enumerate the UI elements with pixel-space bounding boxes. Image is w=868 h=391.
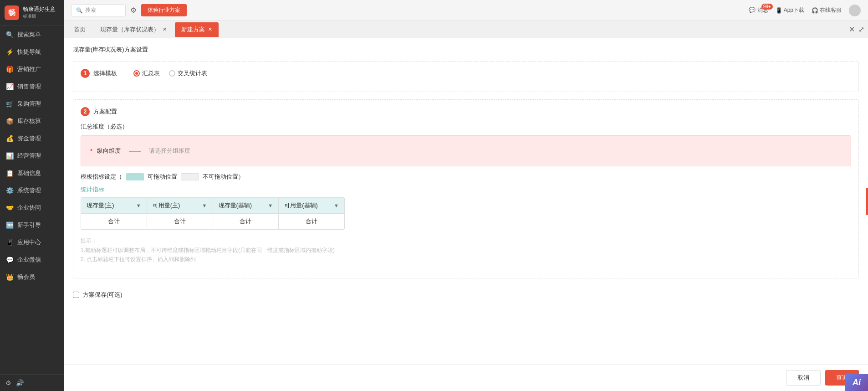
home-tab-label: 首页 (74, 26, 86, 34)
section1-number: 1 (81, 69, 90, 78)
scroll-indicator (866, 188, 868, 215)
customer-service-label: 在线客服 (820, 6, 842, 14)
sidebar-item-wechat[interactable]: 💬 企业微信 (0, 251, 64, 268)
radio-summary-circle (133, 70, 140, 77)
radio-summary[interactable]: 汇总表 (133, 69, 160, 77)
tab-new-plan[interactable]: 新建方案 ✕ (175, 22, 219, 37)
sidebar-item-label: 经营管理 (17, 152, 41, 160)
tab-inventory-status[interactable]: 现存量（库存状况表） ✕ (94, 22, 173, 37)
save-label: 方案保存(可选) (83, 291, 123, 299)
app-download-icon: 📱 (776, 7, 782, 14)
section2-title: 方案配置 (93, 108, 117, 116)
drag-position-indicator (126, 173, 144, 180)
stats-col-label-2: 现存量(基辅) (219, 201, 252, 210)
sidebar-item-purchase[interactable]: 🛒 采购管理 (0, 95, 64, 113)
tab-home[interactable]: 首页 (67, 22, 92, 37)
settings-icon[interactable]: ⚙ (5, 379, 11, 386)
sidebar-item-label: 企业协同 (17, 204, 41, 212)
no-drag-label: 不可拖动位置） (203, 173, 244, 181)
sidebar-item-member[interactable]: 👑 畅会员 (0, 268, 64, 286)
sidebar-bottom: ⚙ 🔊 (0, 374, 64, 391)
tips-section: 提示： 1.拖动标题栏可以调整布局，不可跨维度或指标区域拖动栏目字段(只能在同一… (81, 237, 851, 263)
sidebar-item-operations[interactable]: 📊 经营管理 (0, 147, 64, 165)
sidebar-item-label: 企业微信 (17, 256, 41, 264)
message-icon: 💬 (749, 7, 756, 13)
header-left: 🔍 搜索 ⚙ 体验行业方案 (71, 4, 187, 16)
apps-icon: 📱 (5, 238, 14, 247)
stats-col-label-0: 现存量(主) (87, 201, 114, 210)
sidebar-item-label: 采购管理 (17, 100, 41, 108)
tips-title: 提示： (81, 237, 851, 245)
section2-header: 2 方案配置 (81, 107, 851, 116)
member-icon: 👑 (5, 273, 14, 281)
sidebar: 畅 畅康通好生意 标准版 🔍 搜索菜单 ⚡ 快捷导航 🎁 营销推广 📈 销售管理… (0, 0, 64, 391)
stats-col-1[interactable]: 可用量(主) ▼ (147, 198, 213, 213)
search-menu-icon: 🔍 (5, 31, 14, 39)
stats-cell-3: 合计 (279, 214, 344, 229)
sales-icon: 📈 (5, 82, 14, 91)
section1-title: 选择模板 (93, 69, 117, 77)
inventory-icon: 📦 (5, 117, 14, 125)
stats-section-title: 统计指标 (81, 185, 851, 194)
sidebar-item-basic[interactable]: 📋 基础信息 (0, 165, 64, 182)
cooperation-icon: 🤝 (5, 204, 14, 212)
sidebar-item-label: 新手引导 (17, 221, 41, 229)
sidebar-item-quick-nav[interactable]: ⚡ 快捷导航 (0, 43, 64, 61)
stats-col-0[interactable]: 现存量(主) ▼ (81, 198, 147, 213)
sidebar-item-system[interactable]: ⚙️ 系统管理 (0, 182, 64, 199)
finance-icon: 💰 (5, 134, 14, 143)
ai-badge[interactable]: Ai (845, 374, 868, 391)
stats-col-2[interactable]: 现存量(基辅) ▼ (213, 198, 279, 213)
app-name: 畅康通好生意 (23, 6, 56, 13)
header-right: 💬 99+ 消息 📱 App下载 🎧 在线客服 (749, 5, 861, 16)
dimension-box[interactable]: * 纵向维度 —— 请选择分组维度 (81, 135, 851, 166)
search-bar[interactable]: 🔍 搜索 (71, 4, 126, 16)
user-avatar[interactable] (849, 5, 861, 16)
save-section: 方案保存(可选) (73, 286, 859, 304)
page-title: 现存量(库存状况表)方案设置 (73, 46, 859, 54)
customer-service-link[interactable]: 🎧 在线客服 (812, 6, 842, 14)
stats-table-row: 合计 合计 合计 合计 (81, 213, 344, 229)
indicator-settings-label: 模板指标设定（ (81, 173, 122, 181)
sidebar-item-cooperation[interactable]: 🤝 企业协同 (0, 199, 64, 216)
sidebar-item-sales[interactable]: 📈 销售管理 (0, 78, 64, 95)
sidebar-item-guide[interactable]: 🆕 新手引导 (0, 216, 64, 234)
cancel-button[interactable]: 取消 (786, 370, 821, 386)
sidebar-item-label: 销售管理 (17, 82, 41, 91)
template-options: 汇总表 交叉统计表 (133, 69, 207, 77)
sidebar-item-label: 搜索菜单 (17, 31, 41, 39)
inventory-status-tab-close[interactable]: ✕ (163, 26, 167, 32)
tips-item-1: 2. 点击标题栏下拉可设置排序、插入列和删除列 (81, 256, 851, 263)
chevron-down-icon-1: ▼ (202, 203, 207, 208)
sidebar-item-marketing[interactable]: 🎁 营销推广 (0, 61, 64, 78)
search-icon: 🔍 (76, 7, 83, 14)
save-checkbox[interactable] (73, 292, 79, 298)
main-area: 🔍 搜索 ⚙ 体验行业方案 💬 99+ 消息 📱 App下载 🎧 在线客服 (64, 0, 868, 391)
app-download-link[interactable]: 📱 App下载 (776, 6, 804, 14)
radio-cross[interactable]: 交叉统计表 (169, 69, 207, 77)
tips-item-0: 1.拖动标题栏可以调整布局，不可跨维度或指标区域拖动栏目字段(只能在同一维度或指… (81, 247, 851, 254)
sidebar-item-finance[interactable]: 💰 资金管理 (0, 130, 64, 147)
stats-table-header: 现存量(主) ▼ 可用量(主) ▼ 现存量(基辅) ▼ 可用量(基辅) ▼ (81, 198, 344, 213)
dimension-placeholder: 请选择分组维度 (149, 147, 190, 155)
section-config: 2 方案配置 汇总维度（必选） * 纵向维度 —— 请选择分组维度 模板指标设定… (73, 99, 859, 278)
new-plan-tab-label: 新建方案 (181, 26, 205, 34)
header-gear-icon[interactable]: ⚙ (130, 6, 137, 15)
dimension-separator: —— (129, 148, 141, 154)
notification-area[interactable]: 💬 99+ 消息 (749, 6, 768, 14)
sidebar-item-inventory[interactable]: 📦 库存核算 (0, 113, 64, 130)
trial-button[interactable]: 体验行业方案 (141, 4, 187, 16)
radio-cross-label: 交叉统计表 (178, 69, 207, 77)
purchase-icon: 🛒 (5, 100, 14, 108)
stats-cell-2: 合计 (213, 214, 279, 229)
content-area: 现存量(库存状况表)方案设置 1 选择模板 汇总表 交叉统计表 (64, 38, 868, 364)
sidebar-item-apps[interactable]: 📱 应用中心 (0, 234, 64, 251)
stats-col-3[interactable]: 可用量(基辅) ▼ (279, 198, 344, 213)
sidebar-item-search-menu[interactable]: 🔍 搜索菜单 (0, 26, 64, 43)
sidebar-item-label: 库存核算 (17, 117, 41, 125)
radio-cross-circle (169, 70, 175, 77)
tab-expand-btn[interactable]: ⤢ (858, 25, 864, 34)
speaker-icon[interactable]: 🔊 (16, 379, 24, 386)
tab-close-btn[interactable]: ✕ (849, 25, 855, 34)
new-plan-tab-close[interactable]: ✕ (208, 26, 212, 32)
